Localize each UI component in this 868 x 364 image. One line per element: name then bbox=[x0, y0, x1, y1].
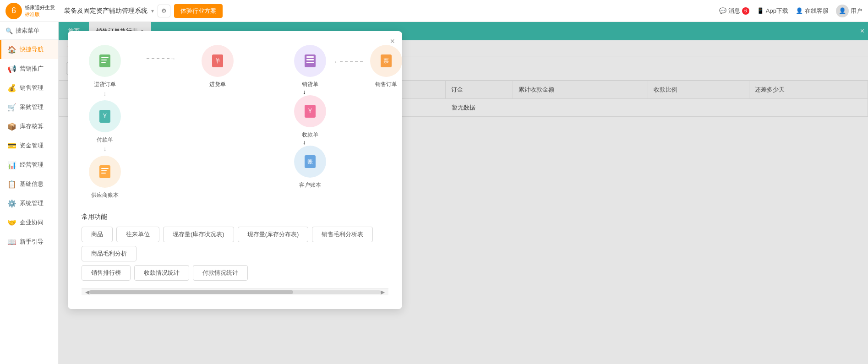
sales-flow-col: 销货单 ← 票 销售订单 bbox=[287, 45, 409, 189]
sidebar-item-system[interactable]: ⚙️ 系统管理 bbox=[0, 194, 58, 213]
customer-ledger-icon: 账 bbox=[294, 146, 326, 178]
home-icon: 🏠 bbox=[8, 45, 16, 54]
purchase-order-icon bbox=[89, 45, 121, 77]
sidebar-item-sales[interactable]: 💰 销售管理 bbox=[0, 78, 58, 98]
message-button[interactable]: 💬 消息 6 bbox=[719, 7, 749, 15]
flow-node-sales-order[interactable]: 票 销售订单 bbox=[370, 45, 402, 88]
sidebar-item-operation[interactable]: 📊 经营管理 bbox=[0, 155, 58, 174]
settings-button[interactable]: ⚙ bbox=[158, 5, 170, 17]
logo-area: 6 畅康通好生意 标准版 bbox=[5, 3, 64, 19]
avatar: 👤 bbox=[836, 5, 849, 17]
func-buttons-row2: 销售排行榜 收款情况统计 付款情况统计 bbox=[82, 265, 388, 281]
sidebar-item-quick[interactable]: 🏠 快捷导航 bbox=[0, 40, 58, 59]
sidebar-item-inventory[interactable]: 📦 库存核算 bbox=[0, 117, 58, 136]
right-flow-col: 单 进货单 bbox=[194, 45, 241, 88]
sidebar-item-collab[interactable]: 🤝 企业协同 bbox=[0, 213, 58, 232]
func-buttons-row1: 商品 往来单位 现存量(库存状况表) 现存量(库存分布表) 销售毛利分析表 商品… bbox=[82, 227, 388, 261]
svg-text:¥: ¥ bbox=[103, 112, 107, 120]
app-container: 6 畅康通好生意 标准版 装备及固定资产辅助管理系统 ▾ ⚙ 体验行业方案 💬 … bbox=[0, 0, 868, 364]
popup-close-button[interactable]: × bbox=[390, 37, 395, 46]
search-icon: 🔍 bbox=[5, 27, 13, 34]
func-btn-product-margin[interactable]: 商品毛利分析 bbox=[82, 246, 136, 261]
operation-icon: 📊 bbox=[8, 161, 16, 169]
left-flow-col: 进货订单 ↓ ¥ 付款单 ↓ bbox=[82, 45, 128, 199]
sidebar-item-finance[interactable]: 💳 资金管理 bbox=[0, 136, 58, 155]
inventory-icon: 📦 bbox=[8, 122, 16, 130]
func-btn-receipt-stats[interactable]: 收款情况统计 bbox=[134, 265, 189, 281]
logo-text: 畅康通好生意 标准版 bbox=[25, 4, 55, 17]
svg-rect-9 bbox=[101, 173, 106, 174]
guide-icon: 📖 bbox=[8, 238, 16, 246]
top-bar: 6 畅康通好生意 标准版 装备及固定资产辅助管理系统 ▾ ⚙ 体验行业方案 💬 … bbox=[0, 0, 868, 22]
func-btn-counterpart[interactable]: 往来单位 bbox=[116, 227, 159, 242]
app-download-button[interactable]: 📱 App下载 bbox=[757, 7, 788, 15]
service-icon: 👤 bbox=[796, 7, 803, 14]
func-btn-payment-stats[interactable]: 付款情况统计 bbox=[193, 265, 248, 281]
scroll-thumb[interactable] bbox=[89, 290, 293, 294]
marketing-icon: 📢 bbox=[8, 65, 16, 73]
main-area: 🔍 搜索菜单 🏠 快捷导航 📢 营销推广 💰 销售管理 🛒 采购管理 📦 bbox=[0, 22, 868, 364]
func-btn-stock-dist[interactable]: 现存量(库存分布表) bbox=[238, 227, 309, 242]
system-icon: ⚙️ bbox=[8, 199, 16, 207]
flow-node-purchase-order[interactable]: 进货订单 bbox=[89, 45, 121, 88]
sidebar-item-purchase[interactable]: 🛒 采购管理 bbox=[0, 98, 58, 117]
online-service-button[interactable]: 👤 在线客服 bbox=[796, 7, 829, 15]
func-btn-stock-status[interactable]: 现存量(库存状况表) bbox=[163, 227, 234, 242]
svg-rect-14 bbox=[306, 59, 314, 60]
flow-node-sales-slip[interactable]: 销货单 bbox=[294, 45, 326, 88]
svg-rect-7 bbox=[101, 168, 109, 169]
basic-icon: 📋 bbox=[8, 180, 16, 188]
flow-node-supplier-ledger[interactable]: 供应商账本 bbox=[89, 156, 121, 199]
popup-panel: × 进货订单 ↓ bbox=[68, 31, 402, 309]
purchase-slip-icon: ¥ bbox=[89, 100, 121, 132]
arrow-down-receipt: ↓ bbox=[303, 139, 306, 146]
scroll-track bbox=[89, 290, 381, 294]
popup-overlay: × 进货订单 ↓ bbox=[59, 22, 868, 364]
trial-button[interactable]: 体验行业方案 bbox=[174, 4, 223, 18]
scroll-left-arrow[interactable]: ◀ bbox=[85, 289, 89, 295]
arrow-down-2: ↓ bbox=[104, 146, 107, 152]
svg-text:¥: ¥ bbox=[308, 107, 312, 114]
search-menu[interactable]: 🔍 搜索菜单 bbox=[0, 22, 58, 40]
sidebar: 🔍 搜索菜单 🏠 快捷导航 📢 营销推广 💰 销售管理 🛒 采购管理 📦 bbox=[0, 22, 59, 364]
sales-order-icon: 票 bbox=[370, 45, 402, 77]
sidebar-item-guide[interactable]: 📖 新手引导 bbox=[0, 232, 58, 251]
svg-rect-13 bbox=[306, 56, 314, 58]
svg-rect-0 bbox=[99, 54, 110, 67]
func-btn-sales-rank[interactable]: 销售排行榜 bbox=[82, 265, 131, 281]
finance-icon: 💳 bbox=[8, 141, 16, 150]
sidebar-item-basic[interactable]: 📋 基础信息 bbox=[0, 174, 58, 194]
dropdown-icon[interactable]: ▾ bbox=[151, 8, 154, 14]
flow-diagram: 进货订单 ↓ ¥ 付款单 ↓ bbox=[82, 45, 388, 199]
svg-rect-3 bbox=[101, 62, 106, 63]
arrow-down-sales: ↓ bbox=[303, 88, 306, 95]
purchase-icon: 🛒 bbox=[8, 103, 16, 111]
common-functions: 常用功能 商品 往来单位 现存量(库存状况表) 现存量(库存分布表) 销售毛利分… bbox=[82, 213, 388, 281]
message-icon: 💬 bbox=[719, 7, 726, 14]
download-icon: 📱 bbox=[757, 7, 764, 14]
logo-icon: 6 bbox=[5, 3, 22, 19]
system-name: 装备及固定资产辅助管理系统 bbox=[64, 7, 147, 15]
flow-node-purchase-slip[interactable]: ¥ 付款单 bbox=[89, 100, 121, 144]
purchase-slip-red-icon: 单 bbox=[202, 45, 234, 77]
flow-node-purchase-slip-red[interactable]: 单 进货单 bbox=[202, 45, 234, 88]
flow-node-receipt-slip[interactable]: ¥ 收款单 bbox=[294, 95, 326, 139]
receipt-slip-icon: ¥ bbox=[294, 95, 326, 127]
flow-node-customer-ledger[interactable]: 账 客户账本 bbox=[294, 146, 326, 189]
user-menu[interactable]: 👤 用户 bbox=[836, 5, 863, 17]
svg-rect-15 bbox=[306, 62, 314, 63]
sidebar-item-marketing[interactable]: 📢 营销推广 bbox=[0, 59, 58, 78]
top-right-actions: 💬 消息 6 📱 App下载 👤 在线客服 👤 用户 bbox=[719, 5, 863, 17]
scroll-right-arrow[interactable]: ▶ bbox=[381, 289, 385, 295]
system-title: 装备及固定资产辅助管理系统 ▾ ⚙ 体验行业方案 bbox=[64, 4, 719, 18]
svg-text:单: 单 bbox=[215, 58, 220, 64]
supplier-ledger-icon bbox=[89, 156, 121, 188]
message-badge: 6 bbox=[742, 7, 749, 15]
func-btn-sales-margin[interactable]: 销售毛利分析表 bbox=[312, 227, 373, 242]
h-arrow-1: → bbox=[147, 45, 176, 62]
func-btn-product[interactable]: 商品 bbox=[82, 227, 113, 242]
common-func-title: 常用功能 bbox=[82, 213, 388, 221]
sales-icon: 💰 bbox=[8, 84, 16, 92]
collab-icon: 🤝 bbox=[8, 218, 16, 227]
svg-rect-2 bbox=[101, 60, 107, 60]
